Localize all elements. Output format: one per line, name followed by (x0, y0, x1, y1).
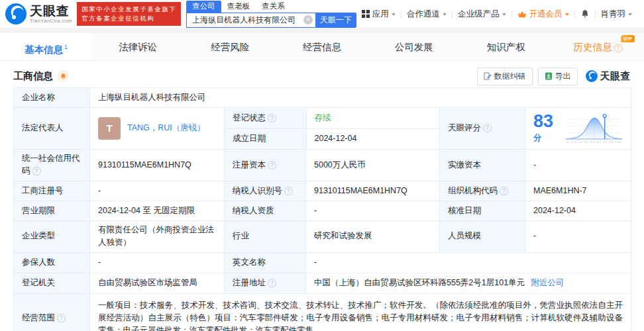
data-correction-button[interactable]: 数据纠错 (477, 68, 533, 85)
credit-code-label-text: 统一社会信用代码 (22, 154, 80, 175)
chevron-down-icon (565, 13, 569, 16)
biz-term-label: 营业期限 (14, 201, 90, 220)
section-title: 工商信息 (13, 70, 53, 83)
tab-legal-proceedings[interactable]: 法律诉讼 (92, 33, 184, 60)
reg-status-label: 登记状态? (225, 108, 306, 128)
table-row: 法定代表人 T TANG，RUI（唐锐） 登记状态? 存续 成立日期 2024- (14, 108, 631, 150)
search-tabs: 查公司 查老板 查关系 (186, 1, 356, 13)
tianyan-score[interactable]: 83分 (533, 111, 623, 146)
score-distribution-chart: 0 1 5 15 40 60 83 97 99 100 (565, 112, 623, 145)
vip-badge: VIP (621, 35, 635, 42)
watermark-text: 天眼查 (600, 70, 631, 83)
subscribe-bell-badge[interactable] (57, 70, 69, 82)
username: 肖青羽 (601, 9, 626, 20)
help-icon[interactable]: ? (57, 314, 66, 322)
reg-capital-label: 注册资本? (225, 150, 306, 181)
tab-risk-label: 经营风险 (211, 42, 249, 52)
search-tab-relation[interactable]: 查关系 (256, 1, 291, 13)
reg-authority-value: 自由贸易试验区市场监管局 (90, 273, 225, 293)
tab-legal-label: 法律诉讼 (119, 42, 157, 52)
company-type-label: 企业类型 (14, 220, 90, 252)
help-icon[interactable]: ? (483, 124, 492, 132)
chevron-down-icon (502, 13, 506, 16)
paid-capital-value: - (525, 150, 631, 181)
help-icon[interactable]: ? (614, 44, 623, 52)
org-code-value: MAE6M1HN-7 (525, 181, 631, 201)
industry-label: 行业 (225, 220, 306, 252)
nav-enterprise[interactable]: 企业级产品 (453, 9, 511, 20)
search-input[interactable] (186, 13, 315, 28)
tab-intellectual-property[interactable]: 知识产权 (460, 33, 552, 60)
reg-address-label: 注册地址? (225, 273, 306, 293)
tab-history-info[interactable]: VIP 历史信息? (552, 33, 644, 60)
search-tab-company[interactable]: 查公司 (186, 1, 221, 13)
nav-partner-label: 合作通道 (407, 9, 440, 20)
tianyancha-logo[interactable]: 天眼查 TianYanCha.com (5, 3, 72, 24)
certification-badge-line2: 官方备案企业征信机构 (81, 14, 176, 23)
biz-term-value: 2024-12-04 至 无固定期限 (90, 201, 225, 220)
chevron-down-icon (392, 13, 396, 16)
reg-capital-value: 5000万人民币 (306, 150, 440, 181)
reg-address-label-text: 注册地址 (233, 278, 266, 287)
nav-apps-label: 应用 (372, 9, 389, 20)
help-icon[interactable]: ? (284, 187, 293, 195)
score-value: 83 (533, 111, 553, 131)
tianyancha-logo-icon (586, 70, 598, 82)
header-divider-strip (0, 28, 644, 33)
nearby-companies-link[interactable]: 附近公司 (531, 278, 564, 287)
table-row: 营业期限 2024-12-04 至 无固定期限 纳税人资质 - 核准日期 202… (14, 201, 631, 220)
help-icon[interactable]: ? (268, 114, 276, 122)
taxpayer-quality-label: 纳税人资质 (225, 201, 306, 220)
export-button[interactable]: 导出 (538, 68, 578, 85)
english-name-value: - (306, 252, 631, 273)
certification-badge-line1: 国家中小企业发展子基金旗下 (81, 5, 176, 14)
clear-search-icon[interactable]: × (303, 15, 313, 24)
bell-icon (60, 73, 67, 80)
top-nav: 应用 合作通道 企业级产品 开通会员 肖青羽 (356, 9, 637, 20)
legal-rep-avatar[interactable]: T (98, 117, 121, 140)
taxpayer-id-label: 纳税人识别号? (225, 181, 306, 201)
help-icon[interactable]: ? (32, 167, 41, 175)
notifications-button[interactable] (575, 9, 595, 19)
table-row: 企业名称 上海纵目机器人科技有限公司 (14, 88, 631, 108)
tab-development-label: 公司发展 (395, 42, 433, 52)
company-detail-tabs: 基本信息1 法律诉讼 经营风险 经营信息 公司发展 知识产权 VIP 历史信息? (0, 33, 644, 61)
help-icon[interactable]: ? (268, 279, 276, 287)
help-icon[interactable]: ? (268, 161, 276, 169)
table-row: 统一社会信用代码? 91310115MAE6M1HN7Q 注册资本? 5000万… (14, 150, 631, 181)
legal-rep-link[interactable]: TANG，RUI（唐锐） (127, 122, 205, 134)
table-row: 参保人数 - 英文名称 - (14, 252, 631, 273)
tab-ip-label: 知识产权 (487, 42, 525, 52)
tab-basic-info[interactable]: 基本信息1 (0, 33, 92, 60)
business-info-header: 工商信息 数据纠错 导出 天眼查 (13, 65, 631, 87)
help-icon[interactable]: ? (500, 187, 508, 195)
top-header: 天眼查 TianYanCha.com 国家中小企业发展子基金旗下 官方备案企业征… (0, 0, 644, 28)
tianyancha-watermark: 天眼查 (586, 70, 631, 83)
business-info-table: 企业名称 上海纵目机器人科技有限公司 法定代表人 T TANG，RUI（唐锐） … (13, 87, 631, 331)
table-row: 工商注册号 - 纳税人识别号? 91310115MAE6M1HN7Q 组织机构代… (14, 181, 631, 201)
search-submit-button[interactable]: 天眼一下 (315, 13, 356, 28)
score-label: 天眼评分? (440, 108, 525, 150)
table-row: 经营范围? 一般项目：技术服务、技术开发、技术咨询、技术交流、技术转让、技术推广… (14, 293, 631, 331)
data-correction-label: 数据纠错 (494, 71, 526, 82)
nav-partner[interactable]: 合作通道 (402, 9, 452, 20)
user-menu[interactable]: 肖青羽 (596, 9, 638, 20)
reg-authority-label: 登记机关 (14, 273, 90, 293)
biz-scope-label: 经营范围? (14, 293, 90, 331)
tab-history-label: 历史信息 (574, 42, 612, 52)
tab-operation-info[interactable]: 经营信息 (276, 33, 368, 60)
chevron-down-icon (443, 13, 447, 16)
search-tab-boss[interactable]: 查老板 (221, 1, 256, 13)
est-date-label: 成立日期 (225, 128, 306, 149)
nav-vip-upgrade[interactable]: 开通会员 (512, 9, 574, 20)
table-row: 登记机关 自由贸易试验区市场监管局 注册地址? 中国（上海）自由贸易试验区环科路… (14, 273, 631, 293)
main-content: 工商信息 数据纠错 导出 天眼查 (0, 61, 644, 331)
bell-icon (580, 9, 590, 19)
approval-date-label: 核准日期 (440, 201, 525, 220)
legal-rep-label: 法定代表人 (14, 108, 90, 150)
nav-apps[interactable]: 应用 (356, 9, 401, 20)
tab-company-development[interactable]: 公司发展 (368, 33, 460, 60)
tab-business-risk[interactable]: 经营风险 (184, 33, 276, 60)
tianyancha-logo-icon (5, 3, 27, 24)
company-name-value: 上海纵目机器人科技有限公司 (90, 88, 631, 108)
